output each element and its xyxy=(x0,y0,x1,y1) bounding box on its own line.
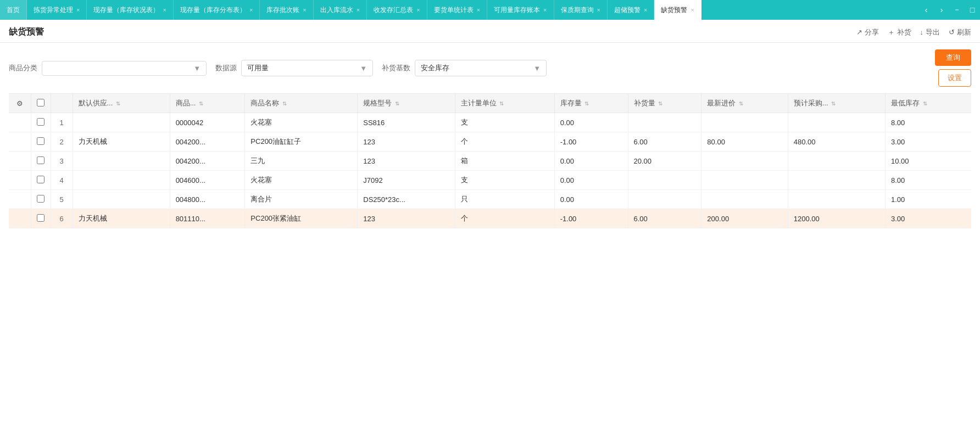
sort-supplier-icon: ⇅ xyxy=(116,100,120,107)
row-spec-5: 123 xyxy=(358,209,455,228)
row-code-1: 004200... xyxy=(170,132,245,152)
close-tab-exception[interactable]: × xyxy=(76,7,80,13)
datasource-select[interactable]: 可用量 ▼ xyxy=(241,60,373,76)
share-action[interactable]: ↗ 分享 xyxy=(856,27,879,37)
row-num-4: 5 xyxy=(51,190,73,209)
row-checkbox-3[interactable] xyxy=(37,176,44,183)
row-replenish-1: 6.00 xyxy=(628,132,701,152)
share-icon: ↗ xyxy=(856,28,862,36)
close-tab-expiry-query[interactable]: × xyxy=(597,7,600,13)
th-supplier[interactable]: 默认供应... ⇅ xyxy=(73,94,170,113)
row-check-5[interactable] xyxy=(31,209,51,228)
th-unit[interactable]: 主计量单位 ⇅ xyxy=(455,94,554,113)
row-settings-5 xyxy=(9,209,31,228)
replenish-action[interactable]: ＋ 补货 xyxy=(888,27,911,37)
page-header: 缺货预警 ↗ 分享 ＋ 补货 ↓ 导出 ↺ 刷新 xyxy=(0,20,980,43)
header-actions: ↗ 分享 ＋ 补货 ↓ 导出 ↺ 刷新 xyxy=(856,27,972,37)
row-stock-5: -1.00 xyxy=(554,209,628,228)
th-check[interactable] xyxy=(31,94,51,113)
row-unit-2: 箱 xyxy=(455,152,554,171)
tab-stockout[interactable]: 缺货预警 × xyxy=(654,0,701,20)
close-tab-stockout[interactable]: × xyxy=(691,7,694,13)
settings-button[interactable]: 设置 xyxy=(938,69,971,87)
th-stock[interactable]: 库存量 ⇅ xyxy=(554,94,628,113)
export-icon: ↓ xyxy=(920,28,924,36)
row-check-2[interactable] xyxy=(31,152,51,171)
tab-minimize-btn[interactable]: － xyxy=(949,5,965,15)
th-min-stock[interactable]: 最低库存 ⇅ xyxy=(885,94,971,113)
tab-prev-btn[interactable]: ‹ xyxy=(918,5,934,14)
sort-code-icon: ⇅ xyxy=(199,100,203,107)
row-estimated-buy-3 xyxy=(788,171,885,190)
tab-inventory-status[interactable]: 现存量（库存状况表） × xyxy=(87,0,173,20)
th-name[interactable]: 商品名称 ⇅ xyxy=(245,94,358,113)
table-row: 1 0000042 火花塞 SS816 支 0.00 8.00 xyxy=(9,113,971,132)
refresh-action[interactable]: ↺ 刷新 xyxy=(949,27,971,37)
th-latest-price[interactable]: 最新进价 ⇅ xyxy=(701,94,788,113)
tab-expiry-query[interactable]: 保质期查询 × xyxy=(554,0,608,20)
tab-overstock[interactable]: 超储预警 × xyxy=(608,0,654,20)
tab-maximize-btn[interactable]: □ xyxy=(965,5,980,14)
row-replenish-3 xyxy=(628,171,701,190)
row-check-1[interactable] xyxy=(31,132,51,152)
row-checkbox-0[interactable] xyxy=(37,118,44,126)
sort-unit-icon: ⇅ xyxy=(499,100,504,107)
close-tab-overstock[interactable]: × xyxy=(644,7,647,13)
data-table: ⚙ 默认供应... ⇅ 商品... ⇅ 商品名称 xyxy=(9,93,971,228)
tab-batch-account[interactable]: 库存批次账 × xyxy=(260,0,313,20)
row-checkbox-4[interactable] xyxy=(37,195,44,203)
row-code-2: 004200... xyxy=(170,152,245,171)
close-tab-receive-summary[interactable]: × xyxy=(416,7,420,13)
row-settings-0 xyxy=(9,113,31,132)
row-min-stock-1: 3.00 xyxy=(885,132,971,152)
tab-available-ledger[interactable]: 可用量库存账本 × xyxy=(487,0,554,20)
category-label: 商品分类 xyxy=(9,63,37,73)
row-spec-3: J7092 xyxy=(358,171,455,190)
row-num-5: 6 xyxy=(51,209,73,228)
th-spec[interactable]: 规格型号 ⇅ xyxy=(358,94,455,113)
tab-receive-summary[interactable]: 收发存汇总表 × xyxy=(367,0,427,20)
close-tab-inventory-status[interactable]: × xyxy=(163,7,166,13)
close-tab-inout-flow[interactable]: × xyxy=(357,7,360,13)
row-replenish-2: 20.00 xyxy=(628,152,701,171)
row-spec-0: SS816 xyxy=(358,113,455,132)
close-tab-available-ledger[interactable]: × xyxy=(543,7,547,13)
table-row: 3 004200... 三九 123 箱 0.00 20.00 10.00 xyxy=(9,152,971,171)
row-stock-1: -1.00 xyxy=(554,132,628,152)
th-code[interactable]: 商品... ⇅ xyxy=(170,94,245,113)
category-select[interactable]: ▼ xyxy=(42,61,207,76)
close-tab-batch-account[interactable]: × xyxy=(303,7,306,13)
table-header-row: ⚙ 默认供应... ⇅ 商品... ⇅ 商品名称 xyxy=(9,94,971,113)
tab-inventory-dist[interactable]: 现存量（库存分布表） × xyxy=(174,0,260,20)
close-tab-demand-stats[interactable]: × xyxy=(477,7,480,13)
row-min-stock-4: 1.00 xyxy=(885,190,971,209)
row-check-3[interactable] xyxy=(31,171,51,190)
row-code-0: 0000042 xyxy=(170,113,245,132)
sort-name-icon: ⇅ xyxy=(282,100,287,107)
tab-inout-flow[interactable]: 出入库流水 × xyxy=(314,0,367,20)
th-settings[interactable]: ⚙ xyxy=(9,94,31,113)
export-action[interactable]: ↓ 导出 xyxy=(920,27,940,37)
main-content: 缺货预警 ↗ 分享 ＋ 补货 ↓ 导出 ↺ 刷新 商品分类 xyxy=(0,20,980,437)
tab-home[interactable]: 首页 xyxy=(0,0,27,20)
row-checkbox-2[interactable] xyxy=(37,156,44,164)
row-num-2: 3 xyxy=(51,152,73,171)
replenish-base-select[interactable]: 安全库存 ▼ xyxy=(415,60,547,76)
query-button[interactable]: 查询 xyxy=(935,49,971,66)
tab-exception[interactable]: 拣货异常处理 × xyxy=(27,0,87,20)
row-check-0[interactable] xyxy=(31,113,51,132)
tab-next-btn[interactable]: › xyxy=(934,5,949,14)
row-check-4[interactable] xyxy=(31,190,51,209)
row-checkbox-1[interactable] xyxy=(37,137,44,145)
th-replenish[interactable]: 补货量 ⇅ xyxy=(628,94,701,113)
close-tab-inventory-dist[interactable]: × xyxy=(249,7,253,13)
select-all-checkbox[interactable] xyxy=(37,99,44,107)
row-supplier-5: 力天机械 xyxy=(73,209,170,228)
row-checkbox-5[interactable] xyxy=(37,214,44,222)
th-estimated-buy[interactable]: 预计采购... ⇅ xyxy=(788,94,885,113)
row-unit-5: 个 xyxy=(455,209,554,228)
row-latest-price-2 xyxy=(701,152,788,171)
tab-demand-stats[interactable]: 要货单统计表 × xyxy=(427,0,487,20)
th-num xyxy=(51,94,73,113)
row-spec-2: 123 xyxy=(358,152,455,171)
